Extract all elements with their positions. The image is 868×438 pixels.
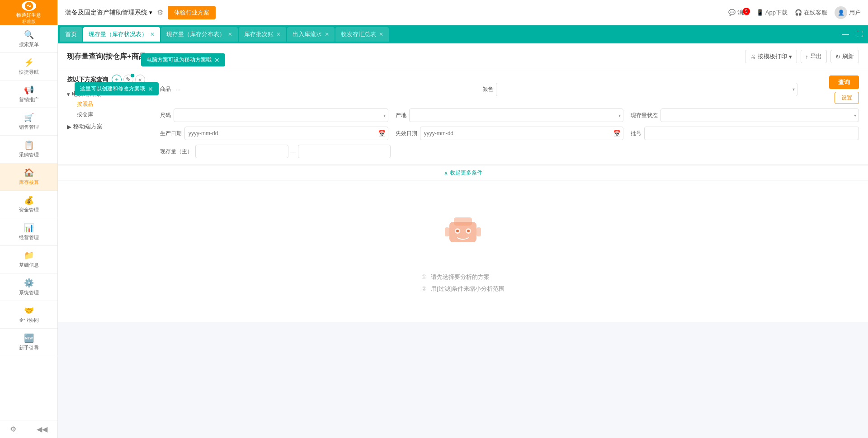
sidebar-item-system[interactable]: ⚙️ 系统管理 (0, 273, 57, 301)
online-service-label: 在线客服 (804, 9, 827, 17)
settings-btn[interactable]: ⚙ (10, 425, 16, 433)
expiry-date-input[interactable] (420, 127, 624, 140)
setup-btn[interactable]: 设置 (835, 92, 859, 104)
tab-batch-ledger[interactable]: 库存批次账 ✕ (239, 27, 286, 42)
origin-select-wrap: ▾ (409, 108, 624, 122)
sidebar-item-finance[interactable]: 💰 资金管理 (0, 191, 57, 218)
sidebar-item-sales[interactable]: 🛒 销售管理 (0, 108, 57, 136)
field-dots-icon[interactable]: ··· (175, 86, 181, 93)
sidebar-item-base[interactable]: 📁 基础信息 (0, 246, 57, 273)
sidebar-item-operations[interactable]: 📊 经营管理 (0, 218, 57, 246)
printer-icon: 🖨 (750, 53, 756, 60)
topbar-settings-btn[interactable]: ⚙ (157, 8, 163, 17)
svg-point-5 (456, 230, 459, 232)
refresh-btn[interactable]: ↻ 刷新 (830, 50, 859, 63)
message-btn[interactable]: 💬 9 消息 (728, 9, 749, 17)
avatar: 👤 (835, 6, 847, 19)
svg-rect-7 (445, 227, 449, 236)
scheme-item[interactable]: 按仓库 (74, 109, 153, 120)
tab-label: 收发存汇总表 (341, 30, 376, 38)
print-label: 按模板打印 (758, 52, 787, 61)
inventory-status-select[interactable] (660, 108, 859, 122)
sidebar-item-inventory[interactable]: 🏠 库存核算 (0, 163, 57, 191)
base-icon: 📁 (24, 250, 34, 260)
message-icon: 💬 (728, 9, 736, 16)
dot-indicator (131, 74, 134, 77)
field-label: 尺码 (160, 112, 171, 119)
field-inventory-status: 现存量状态 ▾ (631, 108, 859, 122)
sidebar-item-label: 采购管理 (19, 151, 39, 158)
scheme-group-label: 移动端方案 (73, 122, 103, 131)
sidebar-item-search[interactable]: 🔍 搜索菜单 (0, 25, 57, 53)
field-label: 商品 (160, 85, 171, 93)
export-btn[interactable]: ↑ 导出 (801, 50, 827, 63)
sidebar-item-label: 快捷导航 (19, 69, 39, 75)
user-avatar-btn[interactable]: 👤 用户 (835, 6, 861, 19)
finance-icon: 💰 (24, 195, 34, 205)
page-area: 现存量查询(按仓库+商品) 🖨 按模板打印 ▾ ↑ 导出 ↻ 刷新 (58, 43, 868, 438)
industry-btn[interactable]: 体验行业方案 (168, 6, 216, 19)
sales-icon: 🛒 (24, 113, 34, 122)
tab-close-icon[interactable]: ✕ (379, 31, 383, 38)
range-from-input[interactable] (195, 145, 288, 158)
origin-select[interactable] (409, 108, 624, 122)
scheme-mobile-header[interactable]: ▶ 移动端方案 (67, 122, 153, 132)
field-size: 尺码 ▾ (160, 108, 388, 122)
scheme-group-mobile: ▶ 移动端方案 (67, 122, 153, 132)
batch-no-input[interactable] (644, 127, 859, 140)
tab-inventory-status[interactable]: 现存量（库存状况表） ✕ (83, 27, 160, 42)
sidebar-item-label: 销售管理 (19, 124, 39, 131)
tab-close-icon[interactable]: ✕ (228, 31, 232, 38)
tab-label: 出入库流水 (292, 30, 322, 38)
tooltip-close-btn[interactable]: ✕ (214, 57, 220, 64)
sidebar-item-purchase[interactable]: 📋 采购管理 (0, 136, 57, 163)
tab-minimize-btn[interactable]: — (839, 30, 852, 38)
print-btn[interactable]: 🖨 按模板打印 ▾ (745, 50, 797, 63)
color-select[interactable] (496, 83, 797, 96)
range-input-wrap: — (195, 145, 391, 158)
sidebar-item-enterprise[interactable]: 🤝 企业协同 (0, 301, 57, 329)
online-service-btn[interactable]: 🎧 在线客服 (795, 9, 827, 17)
tab-summary[interactable]: 收发存汇总表 ✕ (335, 27, 389, 42)
tooltip-text: 电脑方案可设为移动方案哦 (146, 56, 212, 64)
export-label: 导出 (810, 52, 822, 61)
system-title-select[interactable]: 装备及固定资产辅助管理系统 ▾ (65, 9, 152, 17)
sidebar-item-label: 资金管理 (19, 207, 39, 213)
tab-home[interactable]: 首页 (60, 27, 82, 42)
tab-maximize-btn[interactable]: ⛶ (854, 30, 866, 38)
home-tab-label: 首页 (65, 30, 77, 38)
scheme-item[interactable]: 按照品 (74, 99, 153, 109)
tab-close-icon[interactable]: ✕ (276, 31, 281, 38)
filter-row-4: 现存量（主） — (160, 145, 859, 158)
service-icon: 🎧 (795, 9, 802, 16)
search-icon: 🔍 (24, 30, 34, 40)
range-to-input[interactable] (298, 145, 391, 158)
field-inventory-qty: 现存量（主） — (160, 145, 391, 158)
sidebar-item-marketing[interactable]: 📢 营销推广 (0, 80, 57, 108)
sidebar: 畅通好生意 标准版 🔍 搜索菜单 ⚡ 快捷导航 📢 营销推广 🛒 销售管理 📋 … (0, 0, 58, 438)
collapse-sidebar-btn[interactable]: ◀◀ (37, 425, 47, 433)
sidebar-item-label: 搜索菜单 (19, 41, 39, 48)
page-title: 现存量查询(按仓库+商品) (67, 52, 148, 61)
collapse-bar[interactable]: ∧ 收起更多条件 (58, 165, 868, 180)
system-icon: ⚙️ (24, 278, 34, 288)
sidebar-item-quick[interactable]: ⚡ 快捷导航 (0, 53, 57, 80)
tab-inventory-dist[interactable]: 现存量（库存分布表） ✕ (161, 27, 238, 42)
size-select-wrap: ▾ (174, 108, 388, 122)
tip2: ② 用[过滤]条件来缩小分析范围 (421, 283, 505, 295)
tab-close-icon[interactable]: ✕ (325, 31, 329, 38)
production-date-input[interactable] (184, 127, 388, 140)
phone-icon: 📱 (756, 9, 764, 16)
app-download-btn[interactable]: 📱 App下载 (756, 9, 788, 17)
scheme-desktop-items: 按照品 按仓库 (67, 99, 153, 120)
tooltip-close-btn[interactable]: ✕ (148, 85, 153, 93)
tab-close-icon[interactable]: ✕ (150, 31, 155, 38)
size-select[interactable] (174, 108, 388, 122)
sidebar-item-guide[interactable]: 🆕 新手引导 (0, 329, 57, 356)
sidebar-item-label: 营销推广 (19, 96, 39, 103)
user-label: 用户 (849, 9, 861, 17)
tab-flow[interactable]: 出入库流水 ✕ (287, 27, 335, 42)
range-dash: — (290, 148, 296, 155)
filter-row-2: 尺码 ▾ 产地 ▾ 现存量状态 (160, 108, 859, 122)
query-btn[interactable]: 查询 (829, 75, 859, 89)
